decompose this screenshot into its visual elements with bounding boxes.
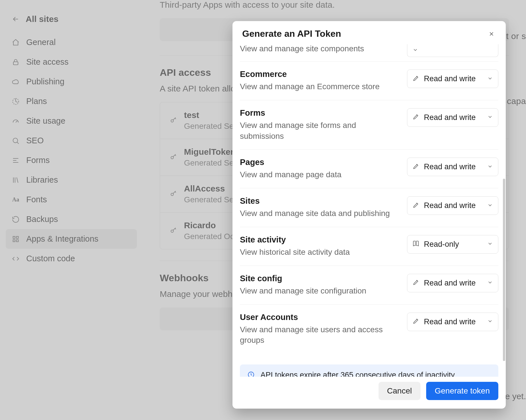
permission-title: Site activity xyxy=(240,235,400,244)
scrollbar-thumb[interactable] xyxy=(503,179,505,361)
permission-select[interactable]: Read and write xyxy=(407,313,498,331)
permission-desc: View historical site activity data xyxy=(240,247,400,258)
permission-value: Read and write xyxy=(424,162,483,171)
permission-row: SitesView and manage site data and publi… xyxy=(240,188,498,227)
permission-row: EcommerceView and manage an Ecommerce st… xyxy=(240,62,498,100)
permission-desc: View and manage site configuration xyxy=(240,286,400,296)
pencil-icon xyxy=(412,75,419,83)
permission-desc: View and manage page data xyxy=(240,169,400,180)
permission-select[interactable]: Read and write xyxy=(407,108,498,127)
modal-close-button[interactable] xyxy=(487,29,496,38)
permission-select-cut[interactable] xyxy=(407,44,498,57)
permission-select[interactable]: Read and write xyxy=(407,158,498,176)
modal-title: Generate an API Token xyxy=(242,28,341,39)
permission-value: Read and write xyxy=(424,317,483,326)
permission-row: PagesView and manage page dataRead and w… xyxy=(240,150,498,188)
pencil-icon xyxy=(412,163,419,171)
permission-title: Sites xyxy=(240,196,400,206)
chevron-down-icon xyxy=(487,76,493,82)
perm-desc-cut: View and manage site components xyxy=(240,44,400,58)
info-text: API tokens expire after 365 consecutive … xyxy=(260,371,455,377)
pencil-icon xyxy=(412,113,419,121)
permission-select[interactable]: Read and write xyxy=(407,70,498,88)
permission-row: Site configView and manage site configur… xyxy=(240,266,498,305)
permission-select[interactable]: Read-only xyxy=(407,235,498,254)
permission-desc: View and manage site data and publishing xyxy=(240,208,400,219)
permission-title: Ecommerce xyxy=(240,70,400,79)
permission-title: Pages xyxy=(240,158,400,167)
chevron-down-icon xyxy=(412,47,418,54)
permission-row: User AccountsView and manage site users … xyxy=(240,305,498,354)
permission-value: Read and write xyxy=(424,201,483,210)
permission-row: Site activityView historical site activi… xyxy=(240,227,498,266)
clock-icon xyxy=(247,371,255,377)
permission-value: Read and write xyxy=(424,279,483,288)
generate-token-button[interactable]: Generate token xyxy=(426,382,498,400)
generate-token-modal: Generate an API Token View and manage si… xyxy=(232,21,506,409)
chevron-down-icon xyxy=(487,202,493,209)
chevron-down-icon xyxy=(487,241,493,248)
permission-desc: View and manage an Ecommerce store xyxy=(240,81,400,92)
pencil-icon xyxy=(412,279,419,287)
modal-footer: Cancel Generate token xyxy=(232,377,506,409)
chevron-down-icon xyxy=(487,164,493,170)
permission-value: Read-only xyxy=(424,240,483,249)
pencil-icon xyxy=(412,318,419,326)
permission-row: FormsView and manage site forms and subm… xyxy=(240,100,498,150)
permission-select[interactable]: Read and write xyxy=(407,196,498,215)
permission-title: User Accounts xyxy=(240,313,400,322)
modal-body: View and manage site components Ecommerc… xyxy=(232,44,506,377)
permission-select[interactable]: Read and write xyxy=(407,274,498,292)
book-icon xyxy=(412,240,419,248)
chevron-down-icon xyxy=(487,114,493,121)
permission-value: Read and write xyxy=(424,74,483,83)
permission-value: Read and write xyxy=(424,113,483,122)
modal-overlay[interactable]: Generate an API Token View and manage si… xyxy=(0,0,526,420)
permission-title: Forms xyxy=(240,108,400,118)
chevron-down-icon xyxy=(487,280,493,286)
info-banner: API tokens expire after 365 consecutive … xyxy=(240,364,498,377)
permission-desc: View and manage site users and access gr… xyxy=(240,324,400,346)
cancel-button[interactable]: Cancel xyxy=(379,382,420,400)
permission-desc: View and manage site forms and submissio… xyxy=(240,120,400,142)
chevron-down-icon xyxy=(487,318,493,325)
modal-header: Generate an API Token xyxy=(232,21,506,44)
permission-title: Site config xyxy=(240,274,400,283)
pencil-icon xyxy=(412,202,419,210)
